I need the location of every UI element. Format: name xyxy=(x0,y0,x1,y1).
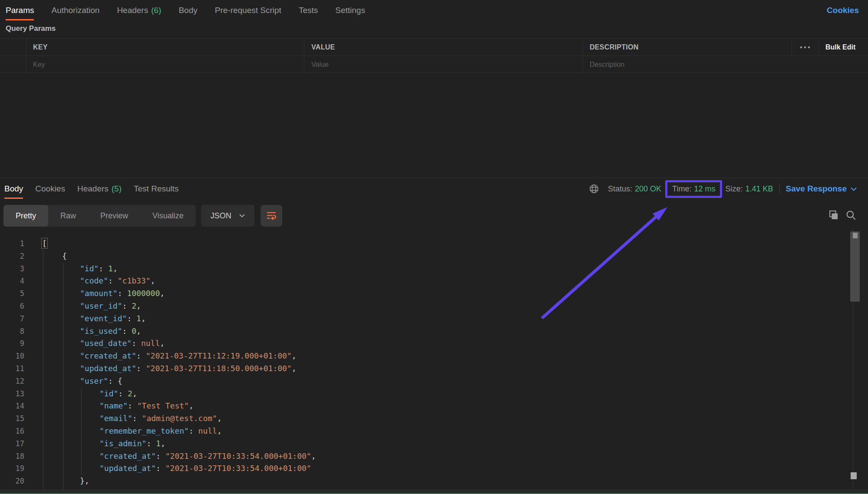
scrollbar-handle-bottom[interactable] xyxy=(851,472,857,479)
line-number: 10 xyxy=(0,350,24,362)
code-line-8: 8"is_used": 0, xyxy=(0,325,847,338)
column-header-description: DESCRIPTION xyxy=(590,39,639,56)
column-header-key: KEY xyxy=(33,39,48,56)
tab-count-badge: (6) xyxy=(151,6,161,15)
response-tab-bar: BodyCookiesHeaders(5)Test Results xyxy=(4,178,179,200)
code-line-18: 18"created_at": "2021-03-27T10:33:54.000… xyxy=(0,450,847,463)
cookies-link[interactable]: Cookies xyxy=(827,0,859,21)
bulk-edit-button[interactable]: Bulk Edit xyxy=(825,39,855,56)
line-number: 1 xyxy=(0,237,24,250)
code-text: "created_at": "2021-03-27T10:33:54.000+0… xyxy=(99,450,316,463)
scrollbar-handle-top[interactable] xyxy=(853,233,858,238)
code-text: "updated_at": "2021-03-27T10:33:54.000+0… xyxy=(99,462,311,475)
view-tab-visualize[interactable]: Visualize xyxy=(140,205,196,227)
line-number: 9 xyxy=(0,337,24,350)
view-tab-preview[interactable]: Preview xyxy=(88,205,140,227)
tab-count-badge: (5) xyxy=(112,184,122,194)
param-key-input[interactable] xyxy=(33,58,294,71)
response-meta-bar: Status: 200 OK Time: 12 ms Size: 1.41 KB… xyxy=(589,178,857,200)
code-text: "updated_at": "2021-03-27T11:18:50.000+0… xyxy=(80,362,297,375)
response-tab-headers[interactable]: Headers(5) xyxy=(77,178,122,200)
line-number: 6 xyxy=(0,300,24,313)
view-tab-pretty[interactable]: Pretty xyxy=(3,205,48,227)
response-tab-body[interactable]: Body xyxy=(4,178,23,200)
code-line-6: 6"user_id": 2, xyxy=(0,300,847,313)
request-tab-settings[interactable]: Settings xyxy=(335,0,365,21)
line-number: 16 xyxy=(0,425,24,438)
line-number: 18 xyxy=(0,450,24,463)
line-number: 5 xyxy=(0,287,24,300)
code-line-16: 16"remember_me_token": null, xyxy=(0,425,847,438)
line-number: 15 xyxy=(0,412,24,425)
code-line-1: 1[ xyxy=(0,237,847,250)
code-line-5: 5"amount": 1000000, xyxy=(0,287,847,300)
status-label: Status: xyxy=(608,184,632,194)
tab-label: Test Results xyxy=(134,184,178,194)
line-number: 13 xyxy=(0,388,24,400)
tab-label: Tests xyxy=(299,6,318,15)
tab-label: Body xyxy=(4,184,23,194)
query-params-title: Query Params xyxy=(6,24,56,33)
size-label: Size: xyxy=(725,184,743,194)
line-number: 11 xyxy=(0,362,24,375)
meta-divider xyxy=(779,183,780,194)
code-text: "created_at": "2021-03-27T11:12:19.000+0… xyxy=(80,350,297,362)
code-line-13: 13"id": 2, xyxy=(0,388,847,400)
code-text: "code": "c1b33", xyxy=(80,275,155,287)
query-params-table: KEY VALUE DESCRIPTION Bulk Edit xyxy=(0,38,868,73)
code-line-3: 3"id": 1, xyxy=(0,263,847,275)
code-text: [ xyxy=(42,237,47,250)
request-tab-pre-request-script[interactable]: Pre-request Script xyxy=(215,0,281,21)
status-value: 200 OK xyxy=(635,184,661,194)
param-description-input[interactable] xyxy=(590,58,781,71)
request-tab-tests[interactable]: Tests xyxy=(299,0,318,21)
code-line-15: 15"email": "admin@test.com", xyxy=(0,412,847,425)
line-number: 19 xyxy=(0,462,24,475)
request-tab-authorization[interactable]: Authorization xyxy=(51,0,99,21)
line-number: 17 xyxy=(0,438,24,450)
scrollbar-thumb[interactable] xyxy=(850,231,860,302)
request-tab-body[interactable]: Body xyxy=(178,0,197,21)
copy-response-button[interactable] xyxy=(828,209,839,221)
view-tab-raw[interactable]: Raw xyxy=(48,205,88,227)
tab-label: Cookies xyxy=(35,184,65,194)
time-label: Time: xyxy=(672,184,691,194)
code-line-20: 20}, xyxy=(0,475,847,487)
line-number: 7 xyxy=(0,313,24,325)
language-dropdown[interactable]: JSON xyxy=(201,205,254,227)
copy-icon xyxy=(828,209,839,221)
param-value-input[interactable] xyxy=(311,58,572,71)
chevron-down-icon xyxy=(239,214,245,217)
code-line-19: 19"updated_at": "2021-03-27T10:33:54.000… xyxy=(0,462,847,475)
three-dots-icon xyxy=(799,45,811,49)
code-line-9: 9"used_date": null, xyxy=(0,337,847,350)
tab-label: Settings xyxy=(335,6,365,15)
code-text: "email": "admin@test.com", xyxy=(99,412,222,425)
line-number: 4 xyxy=(0,275,24,287)
save-response-button[interactable]: Save Response xyxy=(786,184,857,194)
line-number: 14 xyxy=(0,400,24,412)
tab-label: Authorization xyxy=(51,6,99,15)
code-line-7: 7"event_id": 1, xyxy=(0,313,847,325)
tab-label: Params xyxy=(6,6,34,15)
wrap-lines-button[interactable] xyxy=(261,205,282,227)
search-response-button[interactable] xyxy=(845,209,857,221)
response-view-bar: PrettyRawPreviewVisualize JSON xyxy=(3,205,282,227)
request-tab-headers[interactable]: Headers(6) xyxy=(117,0,161,21)
request-tab-params[interactable]: Params xyxy=(6,0,34,21)
line-number: 8 xyxy=(0,325,24,338)
time-highlight-box: Time: 12 ms xyxy=(665,180,722,198)
params-more-options-button[interactable] xyxy=(798,42,812,53)
code-line-14: 14"name": "Test Test", xyxy=(0,400,847,412)
code-text: "user": { xyxy=(80,375,122,388)
code-line-11: 11"updated_at": "2021-03-27T11:18:50.000… xyxy=(0,362,847,375)
code-text: "user_id": 2, xyxy=(80,300,141,313)
line-number: 2 xyxy=(0,250,24,263)
response-body-json-viewer: 1[2{3"id": 1,4"code": "c1b33",5"amount":… xyxy=(0,237,847,490)
response-tab-test-results[interactable]: Test Results xyxy=(134,178,178,200)
code-line-2: 2{ xyxy=(0,250,847,263)
code-line-4: 4"code": "c1b33", xyxy=(0,275,847,287)
save-response-label: Save Response xyxy=(786,184,847,194)
response-tab-cookies[interactable]: Cookies xyxy=(35,178,65,200)
line-number: 3 xyxy=(0,263,24,275)
